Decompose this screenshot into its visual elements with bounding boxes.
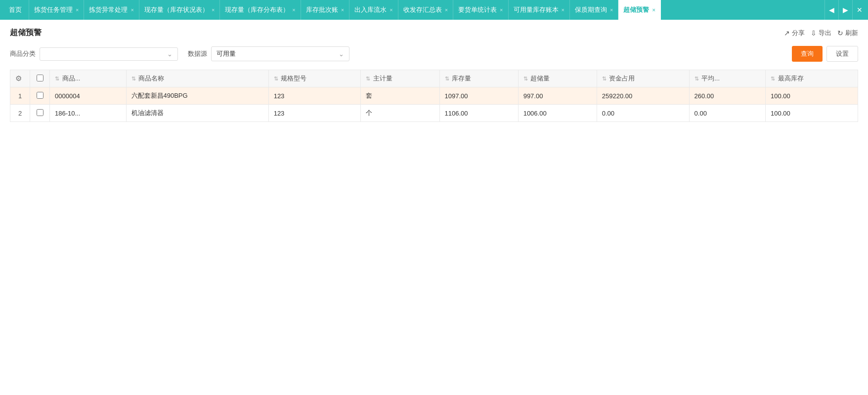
th-product-code-label: 商品...: [62, 75, 81, 82]
tab-close-icon[interactable]: ×: [130, 7, 133, 13]
row-unit: 个: [361, 105, 439, 122]
tab-close-icon[interactable]: ×: [76, 7, 79, 13]
top-navigation: 首页 拣货任务管理 × 拣货异常处理 × 现存量（库存状况表） × 现存量（库存…: [0, 0, 868, 20]
page-title: 超储预警: [10, 28, 42, 38]
nav-home-label: 首页: [9, 5, 22, 14]
row-product-name: 机油滤清器: [126, 105, 268, 122]
row-product-code: 186-10...: [50, 105, 127, 122]
th-avg-label: 平均...: [701, 75, 720, 82]
th-unit[interactable]: ⇅ 主计量: [361, 70, 439, 87]
row-capital: 259220.00: [597, 87, 689, 105]
share-label: 分享: [792, 29, 805, 38]
refresh-button[interactable]: ↻ 刷新: [837, 29, 858, 38]
tab-close-icon[interactable]: ×: [445, 7, 448, 13]
export-button[interactable]: ⇩ 导出: [811, 29, 831, 38]
sort-icon: ⇅: [131, 76, 136, 81]
refresh-icon: ↻: [837, 29, 843, 37]
settings-gear-icon[interactable]: ⚙: [15, 74, 22, 82]
th-unit-label: 主计量: [373, 75, 392, 82]
datasource-select[interactable]: 可用量 ⌄: [211, 46, 349, 61]
tab-close-icon[interactable]: ×: [390, 7, 392, 13]
tab-tanhuo-exception[interactable]: 拣货异常处理 ×: [84, 0, 139, 20]
table-row: 1 0000004 六配套新昌490BPG 123 套 1097.00 997.…: [10, 87, 858, 105]
share-icon: ↗: [784, 29, 790, 37]
row-number: 2: [10, 105, 30, 122]
tab-close-icon[interactable]: ×: [292, 7, 295, 13]
th-product-code[interactable]: ⇅ 商品...: [50, 70, 127, 87]
sort-icon: ⇅: [274, 76, 278, 81]
tab-label: 现存量（库存状况表）: [144, 5, 209, 14]
row-stock: 1106.00: [439, 105, 518, 122]
category-select[interactable]: ⌄: [40, 47, 178, 61]
data-table: ⚙ ⇅ 商品... ⇅ 商品名称 ⇅ 规格型号 ⇅: [10, 70, 858, 122]
th-spec[interactable]: ⇅ 规格型号: [268, 70, 361, 87]
filter-actions: 查询 设置: [792, 46, 858, 62]
tab-close-icon[interactable]: ×: [500, 7, 503, 13]
nav-close-button[interactable]: ✕: [852, 0, 866, 20]
sort-icon: ⇅: [445, 76, 449, 81]
th-product-name[interactable]: ⇅ 商品名称: [126, 70, 268, 87]
share-button[interactable]: ↗ 分享: [784, 29, 805, 38]
row-spec: 123: [268, 105, 361, 122]
datasource-dropdown-icon: ⌄: [339, 50, 344, 58]
row-capital: 0.00: [597, 105, 689, 122]
tab-receive[interactable]: 收发存汇总表 ×: [398, 0, 453, 20]
tab-close-icon[interactable]: ×: [212, 7, 215, 13]
row-product-code: 0000004: [50, 87, 127, 105]
export-icon: ⇩: [811, 29, 817, 37]
tab-label: 库存批次账: [306, 5, 338, 14]
row-overstock: 1006.00: [518, 105, 597, 122]
th-max-stock[interactable]: ⇅ 最高库存: [766, 70, 858, 87]
sort-icon: ⇅: [523, 76, 528, 81]
th-capital[interactable]: ⇅ 资金占用: [597, 70, 689, 87]
tab-label: 出入库流水: [354, 5, 387, 14]
th-avg[interactable]: ⇅ 平均...: [689, 70, 766, 87]
settings-button[interactable]: 设置: [826, 46, 858, 62]
table-body: 1 0000004 六配套新昌490BPG 123 套 1097.00 997.…: [10, 87, 858, 122]
tab-batch[interactable]: 库存批次账 ×: [301, 0, 349, 20]
tab-close-icon[interactable]: ×: [341, 7, 344, 13]
nav-prev-button[interactable]: ◀: [825, 0, 838, 20]
tab-label: 可用量库存账本: [514, 5, 559, 14]
export-label: 导出: [819, 29, 831, 38]
tab-avail-ledger[interactable]: 可用量库存账本 ×: [509, 0, 570, 20]
tab-close-icon[interactable]: ×: [562, 7, 564, 13]
table-header-row: ⚙ ⇅ 商品... ⇅ 商品名称 ⇅ 规格型号 ⇅: [10, 70, 858, 87]
tab-label: 超储预警: [623, 5, 649, 14]
th-overstock-label: 超储量: [530, 75, 550, 82]
nav-next-button[interactable]: ▶: [838, 0, 852, 20]
tab-close-icon[interactable]: ×: [652, 7, 655, 13]
tab-close-icon[interactable]: ×: [610, 7, 613, 13]
th-overstock[interactable]: ⇅ 超储量: [518, 70, 597, 87]
row-number: 1: [10, 87, 30, 105]
select-all-checkbox[interactable]: [37, 75, 43, 81]
row-product-name: 六配套新昌490BPG: [126, 87, 268, 105]
filter-row: 商品分类 ⌄ 数据源 可用量 ⌄ 查询 设置: [10, 46, 858, 62]
sort-icon: ⇅: [694, 76, 699, 81]
th-checkbox: [30, 70, 50, 87]
category-dropdown-icon: ⌄: [167, 50, 173, 58]
row-checkbox[interactable]: [37, 92, 43, 99]
th-stock[interactable]: ⇅ 库存量: [439, 70, 518, 87]
th-spec-label: 规格型号: [281, 75, 306, 82]
nav-home[interactable]: 首页: [2, 0, 29, 20]
tab-inventory-status[interactable]: 现存量（库存状况表） ×: [139, 0, 220, 20]
tab-inventory-dist[interactable]: 现存量（库存分布表） ×: [220, 0, 301, 20]
tab-overstock[interactable]: 超储预警 ×: [618, 0, 660, 20]
tab-quality[interactable]: 保质期查询 ×: [570, 0, 618, 20]
tab-inout[interactable]: 出入库流水 ×: [349, 0, 398, 20]
row-spec: 123: [268, 87, 361, 105]
tab-tanhuo-manage[interactable]: 拣货任务管理 ×: [29, 0, 84, 20]
page-header: 超储预警 ↗ 分享 ⇩ 导出 ↻ 刷新: [10, 28, 858, 38]
tab-label: 要货单统计表: [458, 5, 497, 14]
row-checkbox-cell: [30, 105, 50, 122]
sort-icon: ⇅: [55, 76, 59, 81]
tab-label: 拣货任务管理: [34, 5, 73, 14]
row-checkbox[interactable]: [37, 109, 43, 116]
filter-group-datasource: 数据源 可用量 ⌄: [188, 46, 349, 61]
filter-group-category: 商品分类 ⌄: [10, 47, 178, 61]
row-checkbox-cell: [30, 87, 50, 105]
tab-order-stat[interactable]: 要货单统计表 ×: [453, 0, 508, 20]
query-button[interactable]: 查询: [792, 46, 823, 62]
row-avg: 0.00: [689, 105, 766, 122]
